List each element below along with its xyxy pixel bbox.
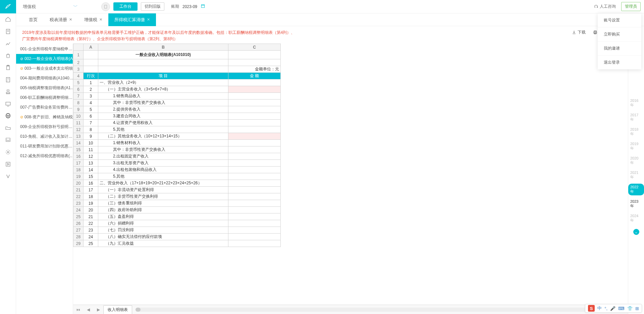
amount-cell[interactable] <box>228 146 281 153</box>
row-item[interactable]: （一）主营业务收入（3+5+6+7+8） <box>98 86 228 93</box>
sheet-nav-first-icon[interactable]: ⏮ <box>73 307 83 312</box>
row-item[interactable]: （二）非货币性资产交换利得 <box>98 193 228 200</box>
row-item[interactable]: （五）盘盈利得 <box>98 213 228 220</box>
form-list-item[interactable]: ⊘002-一般企业收入明细表(A1… <box>16 54 73 64</box>
row-item[interactable]: 二、营业外收入（17+18+19+20+21+22+23+24+25+26） <box>98 180 228 187</box>
year-item[interactable]: 2019年 <box>628 140 644 152</box>
amount-cell[interactable] <box>228 86 281 93</box>
ime-mode[interactable]: 中 <box>597 305 602 311</box>
page-tab[interactable]: 首页 <box>23 13 44 26</box>
form-list-item[interactable]: ⊘003-一般企业成本支出明细… <box>16 64 73 73</box>
amount-cell[interactable] <box>228 220 281 227</box>
form-list-item[interactable]: 006-职工薪酬纳税调整明细… <box>16 93 73 103</box>
row-item[interactable]: 1.销售商品收入 <box>98 93 228 100</box>
dropdown-item[interactable]: 我的邀请 <box>598 42 641 56</box>
amount-cell[interactable] <box>228 160 281 167</box>
row-item[interactable]: 5.其他 <box>98 126 228 133</box>
amount-cell[interactable] <box>228 167 281 173</box>
sheet-nav-next-icon[interactable]: ▶ <box>93 307 103 312</box>
page-tab[interactable]: 税表清册✕ <box>44 13 78 26</box>
ime-mic-icon[interactable]: 🎤 <box>610 306 615 311</box>
amount-cell[interactable] <box>228 153 281 160</box>
form-list-item[interactable]: 010-免税、减计收入及加计… <box>16 132 73 141</box>
row-item[interactable]: （六）捐赠利得 <box>98 220 228 227</box>
form-list-item[interactable]: 012-减免所得税优惠明细表(… <box>16 151 73 161</box>
row-item[interactable]: （一）非流动资产处置利得 <box>98 187 228 193</box>
amount-cell[interactable] <box>228 227 281 234</box>
dropdown-item[interactable]: 退出登录 <box>598 56 641 69</box>
page-tab[interactable]: 所得税汇算清缴✕ <box>108 13 156 26</box>
amount-cell[interactable] <box>228 133 281 140</box>
year-item[interactable]: 2017年 <box>628 112 644 123</box>
row-item[interactable]: 2.提供劳务收入 <box>98 106 228 113</box>
download-button[interactable]: 下载 <box>572 29 586 35</box>
amount-cell[interactable] <box>228 93 281 100</box>
nav-clip-icon[interactable] <box>0 62 16 74</box>
amount-cell[interactable] <box>228 234 281 240</box>
close-icon[interactable]: ✕ <box>69 17 72 22</box>
amount-cell[interactable] <box>228 100 281 106</box>
dropdown-item[interactable]: 立即购买 <box>598 27 641 42</box>
row-item[interactable]: 其中：非货币性资产交换收入 <box>98 146 228 153</box>
amount-cell[interactable] <box>228 207 281 213</box>
row-item[interactable]: 一、营业收入（2+9） <box>98 79 228 86</box>
workspace-button[interactable]: 工作台 <box>113 2 138 11</box>
amount-cell[interactable] <box>228 213 281 220</box>
row-item[interactable]: （四）政府补助利得 <box>98 207 228 213</box>
amount-cell[interactable] <box>228 193 281 200</box>
form-list-item[interactable]: 011-研发费用加计扣除优惠… <box>16 141 73 151</box>
ime-punct-icon[interactable]: °, <box>604 306 607 311</box>
year-item[interactable]: 2021年 <box>628 169 644 181</box>
grid-area[interactable]: ABC1一般企业收入明细表(A101010)23金额单位：元4行次项 目金 额5… <box>73 44 628 305</box>
nav-doc-icon[interactable] <box>0 25 16 38</box>
form-list-item[interactable]: 001-企业所得税年度纳税申… <box>16 44 73 54</box>
ime-toolbar[interactable]: S 中 °, 🎤 ⌨ 👕 ⊞ <box>585 304 642 313</box>
year-item[interactable]: 2018年 <box>628 126 644 138</box>
switch-old-button[interactable]: 切到旧版 <box>141 2 164 11</box>
breadcrumb[interactable]: 增值税 <box>19 4 70 10</box>
ime-grid-icon[interactable]: ⊞ <box>635 306 639 311</box>
year-item[interactable]: 2023年 <box>628 198 644 210</box>
amount-cell[interactable] <box>228 140 281 146</box>
form-list-item[interactable]: 005-纳税调整项目明细表(A1… <box>16 83 73 93</box>
period-value[interactable]: 2023-09 <box>182 4 197 9</box>
form-list-item[interactable]: 007-广告费和业务宣传费跨… <box>16 103 73 112</box>
row-item[interactable]: （三）债务重组利得 <box>98 200 228 207</box>
amount-cell[interactable] <box>228 113 281 120</box>
ime-keyboard-icon[interactable]: ⌨ <box>618 306 625 311</box>
row-item[interactable]: 3.建造合同收入 <box>98 113 228 120</box>
row-item[interactable]: 其中：非货币性资产交换收入 <box>98 100 228 106</box>
amount-cell[interactable] <box>228 200 281 207</box>
close-icon[interactable]: ✕ <box>99 17 102 22</box>
nav-inbox-icon[interactable] <box>0 134 16 146</box>
horizontal-scrollbar[interactable] <box>136 308 625 312</box>
page-tab[interactable]: 增值税✕ <box>78 13 108 26</box>
nav-chart-icon[interactable] <box>0 38 16 50</box>
row-item[interactable]: 3.出租无形资产收入 <box>98 160 228 167</box>
amount-cell[interactable] <box>228 126 281 133</box>
row-item[interactable]: （二）其他业务收入（10+12+13+14+15） <box>98 133 228 140</box>
row-item[interactable]: 2.出租固定资产收入 <box>98 153 228 160</box>
row-item[interactable]: 4.出租包装物和商品收入 <box>98 167 228 173</box>
form-list-item[interactable]: ⊘008-资产折旧、摊销及纳税… <box>16 112 73 122</box>
dropdown-item[interactable]: 账号设置 <box>598 13 641 27</box>
amount-cell[interactable] <box>228 187 281 193</box>
nav-smile-icon[interactable] <box>0 110 16 122</box>
nav-play-icon[interactable] <box>0 158 16 170</box>
nav-bag-icon[interactable] <box>0 50 16 62</box>
sheet-nav-prev-icon[interactable]: ◀ <box>83 307 93 312</box>
year-item[interactable]: 2022年 <box>628 184 644 195</box>
row-item[interactable]: （七）罚没利得 <box>98 227 228 234</box>
nav-v-icon[interactable] <box>0 170 16 182</box>
nav-calc-icon[interactable] <box>0 74 16 86</box>
nav-home-icon[interactable] <box>0 13 16 25</box>
amount-cell[interactable] <box>228 120 281 126</box>
chevron-down-icon[interactable]: ﹀ <box>73 4 98 10</box>
sheet-tab[interactable]: 收入明细表 <box>103 305 132 314</box>
customer-service[interactable]: 人工咨询 <box>594 4 616 9</box>
amount-cell[interactable] <box>228 106 281 113</box>
amount-cell[interactable] <box>228 79 281 86</box>
calendar-icon[interactable] <box>201 4 205 9</box>
row-item[interactable]: （八）确实无法偿付的应付款项 <box>98 234 228 240</box>
nav-stamp-icon[interactable] <box>0 86 16 98</box>
